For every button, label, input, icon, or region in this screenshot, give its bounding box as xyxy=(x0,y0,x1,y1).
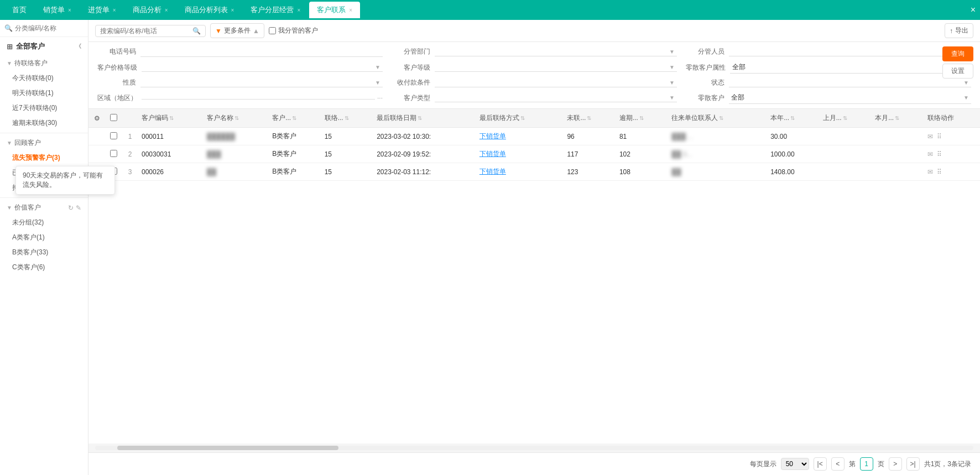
col-this-year[interactable]: 本年...⇅ xyxy=(767,109,819,128)
tab-customer-tier-close[interactable]: × xyxy=(297,7,300,13)
my-customers-checkbox[interactable]: 我分管的客户 xyxy=(269,26,318,35)
row-more-icon-1[interactable]: ⠿ xyxy=(937,150,942,158)
sidebar-item-class-b[interactable]: B类客户(33) xyxy=(0,245,88,260)
sidebar: 🔍 ⊞ 全部客户 《 ▼ 待联络客户 今天待联络(0) 明天待联络(1) 近7天… xyxy=(0,20,88,475)
filter-customer-type-select[interactable]: ▼ xyxy=(435,93,677,102)
toolbar-search-icon[interactable]: 🔍 xyxy=(192,27,201,35)
col-this-month[interactable]: 本月...⇅ xyxy=(872,109,924,128)
col-this-year-sort: ⇅ xyxy=(790,115,795,121)
sidebar-all-customers[interactable]: ⊞ 全部客户 《 xyxy=(0,37,88,56)
sidebar-group-review-title[interactable]: ▼ 回顾客户 xyxy=(0,135,88,150)
filter-row-2: 客户价格等级 ▼ 客户等级 ▼ 零散客户属性 全部 xyxy=(97,61,971,74)
tab-customer-tier[interactable]: 客户分层经营 × xyxy=(243,2,308,18)
sidebar-item-7days[interactable]: 近7天待联络(0) xyxy=(0,101,88,116)
sidebar-group-value-title[interactable]: ▼ 价值客户 ↻ ✎ xyxy=(0,200,88,215)
tab-analysis-list[interactable]: 商品分析列表 × xyxy=(177,2,242,18)
horizontal-scrollbar[interactable] xyxy=(95,446,973,450)
filter-status-select[interactable]: ▼ xyxy=(729,79,971,87)
tab-home[interactable]: 首页 xyxy=(4,2,34,18)
col-last-month[interactable]: 上月...⇅ xyxy=(820,109,872,128)
value-edit-icon[interactable]: ✎ xyxy=(76,204,81,212)
scrollbar-thumb[interactable] xyxy=(117,446,338,450)
filter-label: 更多条件 xyxy=(224,26,251,35)
col-checkbox[interactable] xyxy=(105,109,122,128)
select-all-checkbox[interactable] xyxy=(110,114,117,121)
col-name[interactable]: 客户名称⇅ xyxy=(204,109,269,128)
export-button[interactable]: ↑ 导出 xyxy=(945,23,973,38)
close-all-button[interactable]: × xyxy=(971,5,976,15)
search-input[interactable] xyxy=(100,27,190,35)
row-last-method-0[interactable]: 下销货单 xyxy=(476,128,564,145)
tooltip-churn-warning: 90天未交易的客户，可能有流失风险。 xyxy=(15,166,88,195)
tab-analysis-list-close[interactable]: × xyxy=(231,7,234,13)
filter-price-tier-label: 客户价格等级 xyxy=(97,63,137,72)
col-settings[interactable]: ⚙ xyxy=(88,109,105,128)
filter-button[interactable]: ▼ 更多条件 ▲ xyxy=(210,23,264,38)
row-name-2: ██ xyxy=(204,163,269,181)
sidebar-item-ungrouped[interactable]: 未分组(32) xyxy=(0,215,88,230)
row-contact-icon-1[interactable]: ✉ xyxy=(927,150,933,158)
settings-button[interactable]: 设置 xyxy=(942,64,973,79)
tab-analysis[interactable]: 商品分析 × xyxy=(125,2,176,18)
row-more-icon-0[interactable]: ⠿ xyxy=(937,133,942,140)
row-checkbox-0[interactable] xyxy=(105,128,122,145)
col-code[interactable]: 客户编码⇅ xyxy=(138,109,204,128)
row-checkbox-1[interactable] xyxy=(105,145,122,163)
filter-manager-select[interactable]: ▼ xyxy=(729,48,963,56)
tab-sales[interactable]: 销货单 × xyxy=(35,2,79,18)
sidebar-group-pending-title[interactable]: ▼ 待联络客户 xyxy=(0,56,88,71)
tab-analysis-close[interactable]: × xyxy=(165,7,168,13)
tab-sales-close[interactable]: × xyxy=(68,7,71,13)
sidebar-item-overdue[interactable]: 逾期未联络(30) xyxy=(0,116,88,131)
filter-dept-arrow: ▼ xyxy=(669,49,675,55)
row-contact-icon-2[interactable]: ✉ xyxy=(927,168,933,176)
query-button[interactable]: 查询 xyxy=(942,46,973,61)
value-refresh-icon[interactable]: ↻ xyxy=(68,204,74,212)
row-last-method-1[interactable]: 下销货单 xyxy=(476,145,564,163)
table-row: 3 000026 ██ B类客户 15 2023-02-03 11:12: 下销… xyxy=(88,163,980,181)
filter-customer-tier-select[interactable]: ▼ xyxy=(435,63,677,72)
tab-purchase-close[interactable]: × xyxy=(113,7,116,13)
filter-region-select[interactable] xyxy=(142,97,375,100)
col-type[interactable]: 客户...⇅ xyxy=(269,109,321,128)
row-contacts-0: 15 xyxy=(321,128,373,145)
sidebar-item-class-c[interactable]: C类客户(6) xyxy=(0,260,88,275)
filter-phone-input[interactable] xyxy=(140,46,383,57)
page-prev-button[interactable]: < xyxy=(831,457,845,471)
col-seq xyxy=(122,109,138,128)
filter-nature-select[interactable]: ▼ xyxy=(140,79,383,87)
col-unit-contacts[interactable]: 往来单位联系人⇅ xyxy=(668,109,767,128)
filter-region-dots[interactable]: ··· xyxy=(377,94,383,102)
col-overdue[interactable]: 逾期...⇅ xyxy=(616,109,668,128)
page-next-button[interactable]: > xyxy=(889,457,902,471)
row-last-method-2[interactable]: 下销货单 xyxy=(476,163,564,181)
row-contact-icon-0[interactable]: ✉ xyxy=(927,133,933,140)
filter-retail-select[interactable]: 全部 ▼ xyxy=(729,92,971,104)
filter-dept-select[interactable]: ▼ xyxy=(435,48,677,56)
row-settings-1 xyxy=(88,145,105,163)
sidebar-item-tomorrow[interactable]: 明天待联络(1) xyxy=(0,86,88,101)
col-contacts[interactable]: 联络...⇅ xyxy=(321,109,373,128)
col-last-date[interactable]: 最后联络日期⇅ xyxy=(373,109,476,128)
filter-price-tier-select[interactable]: ▼ xyxy=(142,63,383,72)
sidebar-item-churn-warning[interactable]: 流失预警客户(3) xyxy=(0,150,88,165)
col-uncontacted[interactable]: 未联...⇅ xyxy=(564,109,616,128)
page-last-button[interactable]: >| xyxy=(906,457,920,471)
my-customers-check[interactable] xyxy=(269,27,276,34)
per-page-select[interactable]: 50 100 xyxy=(781,458,809,470)
filter-payment-select[interactable]: ▼ xyxy=(435,79,677,87)
tab-customer-contact-close[interactable]: × xyxy=(349,7,352,13)
sidebar-item-today[interactable]: 今天待联络(0) xyxy=(0,71,88,86)
filter-retail-attr-select[interactable]: 全部 ▼ xyxy=(730,61,971,74)
row-more-icon-2[interactable]: ⠿ xyxy=(937,168,942,176)
row-uncontacted-0: 96 xyxy=(564,128,616,145)
sidebar-item-class-a[interactable]: A类客户(1) xyxy=(0,230,88,245)
filter-retail-attr-label: 零散客户属性 xyxy=(686,63,726,72)
col-last-month-label: 上月... xyxy=(823,114,842,122)
sidebar-search-input[interactable] xyxy=(15,24,88,32)
total-label: 页 xyxy=(878,460,884,469)
tab-purchase[interactable]: 进货单 × xyxy=(80,2,124,18)
col-last-method[interactable]: 最后联络方式⇅ xyxy=(476,109,564,128)
page-first-button[interactable]: |< xyxy=(814,457,827,471)
tab-customer-contact[interactable]: 客户联系 × xyxy=(309,2,360,18)
